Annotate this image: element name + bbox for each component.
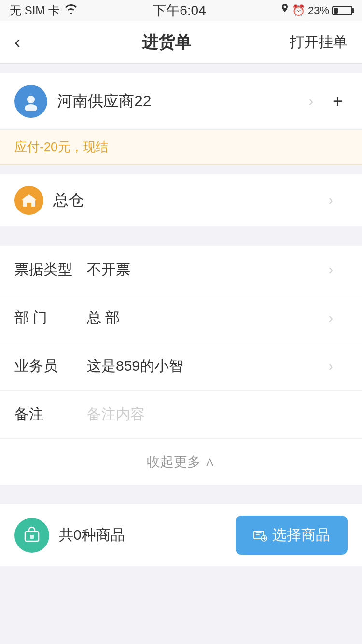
page-rest <box>0 566 362 644</box>
salesperson-value: 这是859的小智 <box>77 356 329 376</box>
ticket-type-label: 票据类型 <box>14 260 77 280</box>
form-section: 票据类型 不开票 › 部 门 总 部 › 业务员 这是859的小智 › 备注 备… <box>0 246 362 485</box>
wifi-icon <box>64 4 78 17</box>
supplier-row[interactable]: 河南供应商22 › + <box>0 73 362 130</box>
status-time: 下午6:04 <box>153 1 206 20</box>
remark-input[interactable]: 备注内容 <box>77 405 348 424</box>
select-product-label: 选择商品 <box>272 525 330 545</box>
warehouse-chevron-icon: › <box>329 193 333 208</box>
salesperson-label: 业务员 <box>14 356 77 376</box>
open-pending-button[interactable]: 打开挂单 <box>290 32 348 52</box>
status-right: ⏰ 23% <box>280 4 352 17</box>
status-bar: 无 SIM 卡 下午6:04 ⏰ 23% <box>0 0 362 21</box>
svg-marker-3 <box>22 194 36 200</box>
ticket-type-row[interactable]: 票据类型 不开票 › <box>0 246 362 294</box>
warning-text: 应付-20元，现结 <box>14 140 108 154</box>
nav-bar: ‹ 进货单 打开挂单 <box>0 21 362 64</box>
supplier-chevron-icon: › <box>309 94 313 109</box>
alarm-icon: ⏰ <box>292 4 305 17</box>
department-chevron-icon: › <box>329 310 333 326</box>
location-icon <box>280 4 289 17</box>
supplier-card: 河南供应商22 › + 应付-20元，现结 <box>0 73 362 165</box>
supplier-avatar <box>14 85 47 118</box>
product-count-text: 共0种商品 <box>59 525 226 545</box>
warehouse-row[interactable]: 总仓 › <box>0 174 362 226</box>
product-icon-wrap <box>14 518 49 553</box>
ticket-type-chevron-icon: › <box>329 262 333 278</box>
svg-rect-6 <box>30 535 34 539</box>
salesperson-row[interactable]: 业务员 这是859的小智 › <box>0 342 362 391</box>
section-gap-2 <box>0 165 362 174</box>
remark-row[interactable]: 备注 备注内容 <box>0 391 362 439</box>
warehouse-icon <box>14 186 43 215</box>
remark-label: 备注 <box>14 405 77 424</box>
carrier-text: 无 SIM 卡 <box>10 3 60 18</box>
department-value: 总 部 <box>77 308 329 328</box>
warehouse-name: 总仓 <box>53 190 329 211</box>
page-title: 进货单 <box>142 31 191 54</box>
select-product-button[interactable]: 选择商品 <box>236 516 348 555</box>
department-label: 部 门 <box>14 308 77 328</box>
section-gap-4 <box>0 485 362 494</box>
section-gap-1 <box>0 64 362 73</box>
collapse-button[interactable]: 收起更多 ∧ <box>0 439 362 485</box>
supplier-name: 河南供应商22 <box>57 91 309 112</box>
section-gap-3 <box>0 226 362 236</box>
battery-icon <box>332 6 352 15</box>
svg-rect-4 <box>27 203 31 207</box>
status-left: 无 SIM 卡 <box>10 3 78 18</box>
back-button[interactable]: ‹ <box>14 32 43 53</box>
ticket-type-value: 不开票 <box>77 260 329 280</box>
department-row[interactable]: 部 门 总 部 › <box>0 294 362 342</box>
bottom-bar: 共0种商品 选择商品 <box>0 504 362 566</box>
salesperson-chevron-icon: › <box>329 359 333 374</box>
collapse-label: 收起更多 ∧ <box>147 453 216 471</box>
warning-banner: 应付-20元，现结 <box>0 130 362 165</box>
svg-point-1 <box>25 104 37 111</box>
svg-point-0 <box>27 96 35 103</box>
warehouse-card[interactable]: 总仓 › <box>0 174 362 226</box>
add-supplier-button[interactable]: + <box>328 91 348 112</box>
battery-percent: 23% <box>308 4 329 17</box>
